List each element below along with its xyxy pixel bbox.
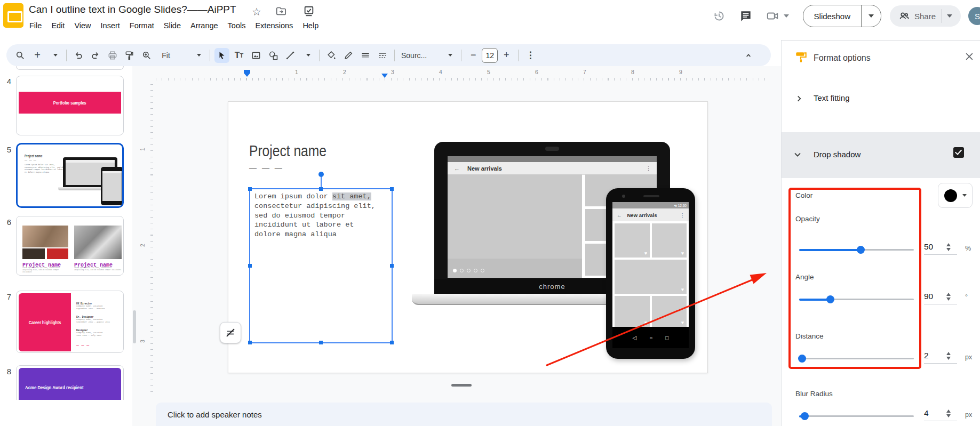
zoom-in-icon[interactable]	[139, 48, 154, 63]
account-avatar[interactable]: S	[968, 7, 980, 25]
vertical-ruler[interactable]: 1 2 3	[140, 84, 154, 393]
text-fitting-section[interactable]: Text fitting	[782, 87, 980, 111]
blur-radius-value-field[interactable]: 4	[924, 408, 957, 421]
insert-image-icon[interactable]	[249, 48, 264, 63]
filmstrip-scrollbar[interactable]	[133, 310, 136, 343]
resize-handle-sw[interactable]	[248, 341, 252, 344]
opacity-value-field[interactable]: 50	[924, 242, 957, 255]
slide-title-dashes[interactable]: — — —	[249, 163, 284, 172]
slide-thumbnail-7[interactable]: Career highlights UX Director Company Na…	[16, 291, 124, 353]
stepper-icon[interactable]	[946, 352, 951, 360]
stepper-icon[interactable]	[946, 243, 951, 251]
speaker-notes[interactable]: Click to add speaker notes	[156, 403, 772, 426]
close-panel-icon[interactable]	[964, 51, 975, 62]
blur-radius-slider[interactable]	[799, 412, 914, 420]
resize-handle-w[interactable]	[248, 264, 252, 268]
font-family-select[interactable]: Sourc...	[399, 48, 429, 63]
filmstrip-scroll-area[interactable]: 4 Portfolio samples 5 Project name — — —…	[0, 66, 132, 400]
star-icon[interactable]: ☆	[252, 5, 261, 18]
menu-extensions[interactable]: Extensions	[250, 19, 298, 32]
body-text[interactable]: Lorem ipsum dolor sit amet, consectetur …	[254, 192, 389, 239]
menu-tools[interactable]: Tools	[223, 19, 251, 32]
collapse-toolbar-icon[interactable]	[741, 48, 756, 63]
drop-shadow-checkbox[interactable]	[953, 147, 964, 158]
print-icon[interactable]	[105, 48, 120, 63]
indent-marker-icon[interactable]	[244, 70, 250, 73]
menu-insert[interactable]: Insert	[96, 19, 125, 32]
menu-format[interactable]: Format	[125, 19, 159, 32]
paint-format-icon[interactable]	[122, 48, 137, 63]
slide-thumbnail-8[interactable]: Acme Design Award recipient	[16, 365, 124, 400]
resize-handle-e[interactable]	[390, 264, 394, 268]
menu-slide[interactable]: Slide	[159, 19, 186, 32]
new-slide-button[interactable]: +	[30, 48, 45, 63]
more-options-icon[interactable]: ⋮	[523, 48, 538, 63]
drop-shadow-section-header[interactable]: Drop shadow	[782, 132, 980, 178]
resize-handle-se[interactable]	[390, 341, 394, 344]
font-size-input[interactable]: 12	[482, 48, 498, 63]
redo-icon[interactable]	[88, 48, 103, 63]
slider-thumb[interactable]	[801, 412, 809, 420]
increase-font-size-button[interactable]: +	[499, 48, 514, 63]
stepper-icon[interactable]	[946, 409, 951, 417]
decrease-font-size-button[interactable]: −	[466, 48, 481, 63]
fill-color-icon[interactable]	[324, 48, 339, 63]
angle-value[interactable]: 90	[924, 292, 943, 301]
share-button[interactable]: Share	[890, 5, 961, 27]
border-weight-icon[interactable]	[358, 48, 373, 63]
blur-radius-value[interactable]: 4	[924, 408, 943, 418]
slide-thumbnail-partial[interactable]	[16, 66, 124, 70]
meet-caret-icon[interactable]	[784, 14, 789, 18]
move-folder-icon[interactable]	[275, 5, 287, 17]
insert-shape-icon[interactable]	[266, 48, 281, 63]
menu-edit[interactable]: Edit	[46, 19, 69, 32]
menu-arrange[interactable]: Arrange	[186, 19, 223, 32]
undo-icon[interactable]	[71, 48, 86, 63]
resize-handle-ne[interactable]	[390, 187, 394, 191]
font-caret-icon[interactable]	[442, 48, 457, 63]
saved-status-icon[interactable]	[303, 5, 315, 17]
horizontal-ruler[interactable]: 1 2 3 4 5 6 7 8 9	[156, 67, 771, 81]
distance-value-field[interactable]: 2	[924, 351, 957, 364]
zoom-caret-icon[interactable]	[190, 48, 205, 63]
document-title[interactable]: Can I outline text in Google Slides?——Ai…	[29, 4, 236, 15]
indent-marker-icon[interactable]	[381, 74, 388, 78]
select-tool[interactable]	[214, 48, 229, 63]
slideshow-button[interactable]: Slideshow	[803, 5, 881, 27]
text-box-tool[interactable]: TT	[232, 48, 246, 63]
zoom-select[interactable]: Fit	[156, 48, 176, 63]
resize-handle-s[interactable]	[319, 341, 323, 344]
slide-thumbnail-4[interactable]: Portfolio samples	[16, 76, 124, 135]
slides-logo-icon[interactable]	[3, 3, 23, 28]
notes-drag-handle[interactable]	[451, 384, 472, 387]
share-caret[interactable]	[941, 9, 958, 23]
slide-thumbnail-5-selected[interactable]: Project name — — — Lorem ipsum dolor sit…	[16, 143, 124, 208]
border-color-icon[interactable]	[341, 48, 356, 63]
border-dash-icon[interactable]	[375, 48, 390, 63]
opacity-value[interactable]: 50	[924, 242, 943, 252]
insert-line-icon[interactable]	[283, 48, 298, 63]
menu-file[interactable]: File	[25, 19, 46, 32]
rotation-handle[interactable]	[318, 172, 324, 177]
stepper-icon[interactable]	[946, 293, 951, 301]
slideshow-options-caret[interactable]	[861, 5, 881, 27]
slide-title[interactable]: Project name	[249, 142, 326, 160]
selected-text-box[interactable]: Lorem ipsum dolor sit amet, consectetur …	[249, 188, 393, 343]
slide-canvas[interactable]: Project name — — — ← New arrivals ⋮	[228, 101, 708, 373]
new-slide-caret-icon[interactable]	[47, 48, 62, 63]
version-history-icon[interactable]	[712, 9, 726, 23]
phone-mockup[interactable]: ▾▮ 12:30 ← New arrivals ⋮ ♥ ♥ ♥ ♥ ♥ ◁	[606, 188, 695, 359]
distance-value[interactable]: 2	[924, 351, 943, 360]
resize-handle-n[interactable]	[319, 187, 323, 191]
angle-value-field[interactable]: 90	[924, 292, 957, 304]
line-caret-icon[interactable]	[300, 48, 315, 63]
resize-handle-nw[interactable]	[248, 187, 252, 191]
meet-camera-button[interactable]	[766, 9, 789, 23]
comments-icon[interactable]	[739, 9, 753, 23]
text-fitting-indicator-button[interactable]	[220, 322, 241, 343]
menu-help[interactable]: Help	[298, 19, 323, 32]
search-menus-icon[interactable]	[13, 48, 28, 63]
slide-thumbnail-6[interactable]: Project name Lorem ipsum dolor sit amet,…	[16, 216, 124, 276]
shadow-color-picker[interactable]	[938, 183, 973, 208]
menu-view[interactable]: View	[69, 19, 95, 32]
